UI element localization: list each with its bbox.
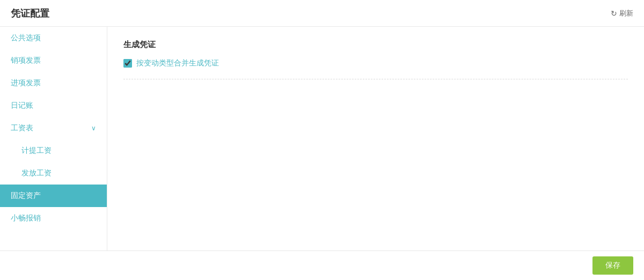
merge-by-type-checkbox[interactable] xyxy=(123,59,132,68)
refresh-icon: ↻ xyxy=(611,9,617,18)
page-footer: 保存 xyxy=(0,250,644,280)
sidebar-item-label: 固定资产 xyxy=(11,191,41,201)
sidebar: 公共选项 销项发票 进项发票 日记账 工资表 ∨ 计提工资 发放工资 固定资 xyxy=(0,27,107,250)
page-wrapper: 凭证配置 ↻ 刷新 公共选项 销项发票 进项发票 日记账 工资表 ∨ xyxy=(0,0,644,280)
sidebar-item-journal[interactable]: 日记账 xyxy=(0,94,107,117)
save-button[interactable]: 保存 xyxy=(592,256,633,275)
page-header: 凭证配置 ↻ 刷新 xyxy=(0,0,644,27)
sidebar-item-purchase-invoice[interactable]: 进项发票 xyxy=(0,72,107,94)
section-divider xyxy=(123,79,628,79)
chevron-down-icon: ∨ xyxy=(91,124,96,132)
refresh-label: 刷新 xyxy=(619,9,633,18)
sidebar-item-label: 发放工资 xyxy=(21,168,52,178)
sidebar-item-sales-invoice[interactable]: 销项发票 xyxy=(0,49,107,72)
checkbox-label[interactable]: 按变动类型合并生成凭证 xyxy=(136,58,219,68)
sidebar-item-payroll-accrual[interactable]: 计提工资 xyxy=(0,139,107,162)
sidebar-item-expense-claim[interactable]: 小畅报销 xyxy=(0,207,107,230)
sidebar-item-label: 小畅报销 xyxy=(11,213,41,223)
page-title: 凭证配置 xyxy=(11,7,49,20)
sidebar-item-label: 计提工资 xyxy=(21,146,52,156)
sidebar-item-label: 进项发票 xyxy=(11,78,41,88)
content-area: 生成凭证 按变动类型合并生成凭证 xyxy=(107,27,644,250)
sidebar-item-label: 工资表 xyxy=(11,123,33,133)
sidebar-item-label: 日记账 xyxy=(11,101,33,110)
sidebar-item-fixed-assets[interactable]: 固定资产 xyxy=(0,185,107,207)
main-content: 公共选项 销项发票 进项发票 日记账 工资表 ∨ 计提工资 发放工资 固定资 xyxy=(0,27,644,250)
checkbox-row: 按变动类型合并生成凭证 xyxy=(123,58,628,68)
sidebar-item-payroll-payment[interactable]: 发放工资 xyxy=(0,162,107,185)
section-title: 生成凭证 xyxy=(123,40,628,50)
sidebar-item-label: 公共选项 xyxy=(11,33,41,43)
refresh-button[interactable]: ↻ 刷新 xyxy=(611,9,633,18)
sidebar-item-label: 销项发票 xyxy=(11,56,41,65)
sidebar-item-public-options[interactable]: 公共选项 xyxy=(0,27,107,49)
sidebar-item-payroll-table[interactable]: 工资表 ∨ xyxy=(0,117,107,139)
